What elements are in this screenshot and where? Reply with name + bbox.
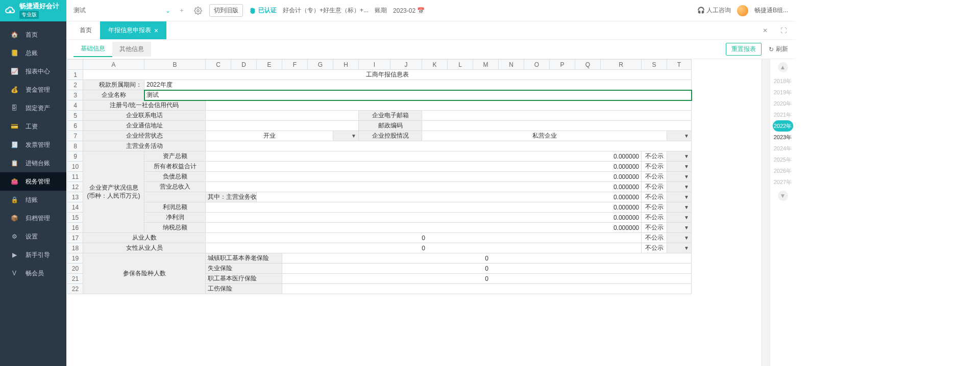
year-2018年[interactable]: 2018年 [773,75,793,87]
nav-icon: 📈 [10,67,18,75]
reset-button[interactable]: 重置报表 [726,43,762,56]
sidebar-item-8[interactable]: 👛税务管理 [0,172,66,191]
nav-icon: V [10,269,18,277]
year-2019年[interactable]: 2019年 [773,87,793,98]
brand-logo: 畅捷通好会计 专业版 [0,0,66,21]
nav-icon: 📒 [10,49,18,57]
page-tabs: 首页 年报信息申报表× ✕ ⛶ [66,21,795,40]
support-link[interactable]: 🎧 人工咨询 [697,6,731,15]
subtab-other[interactable]: 其他信息 [112,42,151,57]
year-2021年[interactable]: 2021年 [773,109,793,120]
switch-old-button[interactable]: 切到旧版 [209,4,243,17]
nav-icon: 💳 [10,122,18,130]
year-up-icon[interactable]: ▲ [778,62,788,72]
nav-icon: 👛 [10,177,18,186]
sidebar-item-3[interactable]: 💰资金管理 [0,81,66,99]
sidebar-item-11[interactable]: ⚙设置 [0,227,66,246]
nav-icon: 🔒 [10,196,18,204]
sidebar-item-9[interactable]: 🔒结账 [0,191,66,209]
close-panel-icon[interactable]: ✕ [760,25,771,36]
sidebar-item-1[interactable]: 📒总账 [0,44,66,62]
sidebar-item-2[interactable]: 📈报表中心 [0,62,66,81]
year-2025年[interactable]: 2025年 [773,154,793,165]
company-selector[interactable]: 测试 ⌄ [74,6,170,15]
nav-icon: ⚙ [10,232,18,241]
nav-icon: 🗄 [10,104,18,112]
sidebar-item-7[interactable]: 📋进销台账 [0,154,66,172]
avatar[interactable] [737,5,748,16]
year-down-icon[interactable]: ▼ [778,191,788,201]
sidebar-item-12[interactable]: ▶新手引导 [0,246,66,264]
nav-icon: 💰 [10,86,18,94]
nav-icon: 🏠 [10,31,18,39]
sidebar-item-5[interactable]: 💳工资 [0,117,66,136]
nav-icon: 📋 [10,159,18,167]
svg-point-0 [197,10,199,12]
tab-annual-report[interactable]: 年报信息申报表× [100,21,166,39]
vertical-scrollbar[interactable] [762,59,770,366]
close-icon[interactable]: × [154,27,158,35]
nav-icon: 📦 [10,214,18,222]
year-2020年[interactable]: 2020年 [773,98,793,109]
chevron-down-icon: ⌄ [165,7,170,14]
year-2022年[interactable]: 2022年 [773,120,793,132]
sidebar-item-13[interactable]: V畅会员 [0,264,66,282]
nav-icon: ▶ [10,251,18,259]
tab-home[interactable]: 首页 [71,21,100,39]
sidebar-item-4[interactable]: 🗄固定资产 [0,99,66,117]
year-2027年[interactable]: 2027年 [773,176,793,188]
nav-icon: 🧾 [10,141,18,149]
year-2026年[interactable]: 2026年 [773,165,793,176]
fullscreen-icon[interactable]: ⛶ [778,25,789,36]
subnav: 基础信息 其他信息 重置报表 ↻ 刷新 [66,40,795,59]
spreadsheet[interactable]: ABCDEFGHIJKLMNOPQRST1工商年报信息表2税款所属期间：2022… [66,59,762,366]
sidebar-item-0[interactable]: 🏠首页 [0,25,66,44]
period-label: 账期 [375,6,387,15]
add-icon[interactable]: ＋ [177,6,187,16]
verified-badge: 已认证 [249,6,277,15]
sidebar-item-6[interactable]: 🧾发票管理 [0,136,66,154]
year-rail: ▲ 2018年2019年2020年2021年2022年2023年2024年202… [770,59,795,366]
year-2023年[interactable]: 2023年 [773,132,793,143]
user-name[interactable]: 畅捷通B组... [754,6,788,15]
company-name: 测试 [74,6,86,15]
plan-label: 好会计（专）+好生意（标）+... [283,6,369,15]
topbar: 测试 ⌄ ＋ 切到旧版 已认证 好会计（专）+好生意（标）+... 账期 202… [66,0,795,21]
sidebar: 畅捷通好会计 专业版 🏠首页📒总账📈报表中心💰资金管理🗄固定资产💳工资🧾发票管理… [0,0,66,366]
gear-icon[interactable] [193,6,203,16]
refresh-button[interactable]: ↻ 刷新 [769,45,788,54]
period-value[interactable]: 2023-02 📅 [393,7,425,14]
sidebar-item-10[interactable]: 📦归档管理 [0,209,66,227]
subtab-basic[interactable]: 基础信息 [74,41,112,57]
year-2024年[interactable]: 2024年 [773,143,793,154]
